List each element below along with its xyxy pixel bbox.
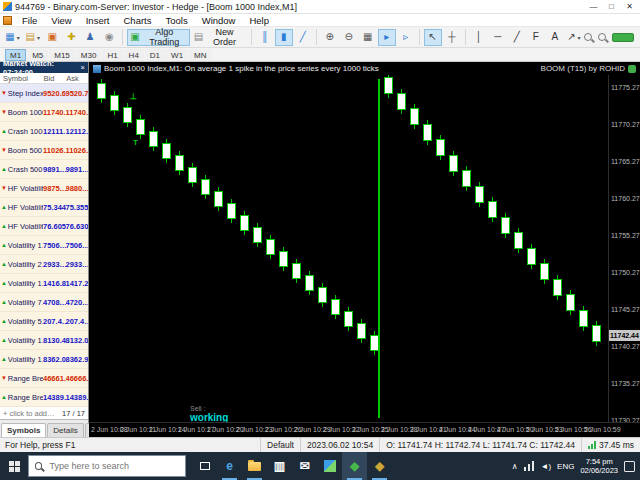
column-symbol[interactable]: Symbol xyxy=(0,74,44,83)
language-indicator[interactable]: ENG xyxy=(557,462,574,471)
menu-help[interactable]: Help xyxy=(242,15,276,26)
menu-charts[interactable]: Charts xyxy=(117,15,159,26)
market-watch-row[interactable]: ▲Volatility 1…7506.…7506.… xyxy=(0,236,88,255)
timeframe-h1[interactable]: H1 xyxy=(102,49,122,61)
mt5-terminal-icon-1[interactable]: ◆ xyxy=(342,452,367,480)
bar-chart-button[interactable]: ║ xyxy=(256,29,274,46)
vertical-line-button[interactable]: │ xyxy=(470,29,488,46)
auto-scroll-button[interactable]: ▸ xyxy=(378,29,396,46)
status-profile[interactable]: Default xyxy=(260,438,300,452)
taskbar-search[interactable] xyxy=(28,455,186,477)
market-watch-row[interactable]: ▲Volatility 1…1416.841417.24 xyxy=(0,274,88,293)
market-watch-row[interactable]: ▼HF Volatilit…9875.…9880.… xyxy=(0,179,88,198)
tab-symbols[interactable]: Symbols xyxy=(1,423,46,437)
market-watch-row[interactable]: ▲HF Volatilit…76.60576.630 xyxy=(0,217,88,236)
market-watch-row[interactable]: ▼Boom 500 I…11026.…11026.… xyxy=(0,141,88,160)
market-watch-row[interactable]: ▲Volatility 1…8130.488132.08 xyxy=(0,331,88,350)
timeframe-h4[interactable]: H4 xyxy=(124,49,144,61)
taskbar-search-input[interactable] xyxy=(47,460,179,472)
candle xyxy=(514,232,523,249)
crosshair-button[interactable]: ┼ xyxy=(443,29,461,46)
candlestick-chart-button[interactable]: ▮ xyxy=(275,29,293,46)
menu-view[interactable]: View xyxy=(44,15,78,26)
market-watch-row[interactable]: ▲Crash 1000…12111.…12112.… xyxy=(0,122,88,141)
menu-tools[interactable]: Tools xyxy=(158,15,194,26)
new-chart-button[interactable]: ▦▾ xyxy=(3,29,22,46)
candle xyxy=(488,201,497,218)
task-view-icon[interactable] xyxy=(192,452,217,480)
ea-status-working: working xyxy=(190,412,228,422)
crosshair-icon: ┼ xyxy=(448,32,455,42)
market-watch-row[interactable]: ▲Range Brea…14389.…14389.… xyxy=(0,388,88,407)
algo-trading-button[interactable]: ▣Algo Trading xyxy=(127,29,189,46)
market-watch-row[interactable]: ▲Volatility 5…207.4…207.4… xyxy=(0,312,88,331)
tile-windows-button[interactable]: ▦ xyxy=(359,29,377,46)
profiles-button[interactable]: ▤▾ xyxy=(23,29,42,46)
menu-window[interactable]: Window xyxy=(195,15,243,26)
fibonacci-button[interactable]: F xyxy=(527,29,545,46)
price-label: 11735.27 xyxy=(611,380,640,387)
minimize-button[interactable]: — xyxy=(586,0,601,13)
new-chart-icon: ▦ xyxy=(5,32,14,42)
file-explorer-icon[interactable] xyxy=(242,452,267,480)
horizontal-line-button[interactable]: ─ xyxy=(489,29,507,46)
mail-icon[interactable]: ✉ xyxy=(292,452,317,480)
market-watch-row[interactable]: ▼Range Brea…46661.046666.0 xyxy=(0,369,88,388)
price-axis[interactable]: 11775.2711770.2711765.2711760.2711755.27… xyxy=(608,75,640,422)
market-watch-row[interactable]: ▲HF Volatilit…75.34475.355 xyxy=(0,198,88,217)
taskbar: e▥✉◆◆ ∧ ◄) ENG 7:54 pm 02/06/2023 xyxy=(0,452,640,480)
candle xyxy=(318,287,327,303)
cursor-button[interactable]: ↖ xyxy=(424,29,442,46)
algo-robot-icon[interactable] xyxy=(628,65,636,73)
time-axis[interactable]: 2 Jun 10:082 Jun 10:112 Jun 10:142 Jun 1… xyxy=(89,422,640,436)
new-order-button[interactable]: ▤New Order xyxy=(191,29,247,46)
market-watch-button[interactable]: ✚ xyxy=(62,29,80,46)
search-icon[interactable] xyxy=(584,33,592,41)
text-label-button[interactable]: A xyxy=(546,29,564,46)
notification-center-icon[interactable] xyxy=(624,461,635,472)
close-button[interactable]: ✕ xyxy=(622,0,637,13)
edge-icon[interactable]: e xyxy=(217,452,242,480)
network-icon[interactable] xyxy=(524,461,535,471)
market-watch-row[interactable]: ▼Step Index9520.69520.7 xyxy=(0,84,88,103)
market-watch-row[interactable]: ▲Crash 500 I…9891.…9891.… xyxy=(0,160,88,179)
maximize-button[interactable]: □ xyxy=(604,0,619,13)
line-chart-button[interactable]: ╱ xyxy=(294,29,312,46)
mt5-terminal-icon-2[interactable]: ◆ xyxy=(367,452,392,480)
photos-icon[interactable] xyxy=(317,452,342,480)
toolbox-button[interactable]: ▣ xyxy=(43,29,61,46)
market-watch-row[interactable]: ▲Volatility 1…8362.088362.94 xyxy=(0,350,88,369)
start-button[interactable] xyxy=(0,452,28,480)
column-ask[interactable]: Ask xyxy=(66,74,88,83)
app-icon xyxy=(3,2,12,11)
timeframe-mn[interactable]: MN xyxy=(189,49,211,61)
chart-window-icon[interactable] xyxy=(3,16,12,25)
market-watch-row[interactable]: ▲Volatility 2…2933.…2933.… xyxy=(0,255,88,274)
zoom-out-button[interactable]: ⊖ xyxy=(340,29,358,46)
taskbar-clock[interactable]: 7:54 pm 02/06/2023 xyxy=(580,457,618,475)
data-window-button[interactable]: ◉ xyxy=(100,29,118,46)
advanced-search-icon[interactable] xyxy=(598,33,606,41)
navigator-button[interactable]: ♟ xyxy=(81,29,99,46)
timeframe-w1[interactable]: W1 xyxy=(166,49,188,61)
add-symbol-row[interactable]: + click to add… 17 / 17 xyxy=(0,407,88,419)
market-watch-row[interactable]: ▼Boom 1000…11740.…11740.… xyxy=(0,103,88,122)
volume-icon[interactable]: ◄) xyxy=(541,462,552,471)
status-latency: 37.45 ms xyxy=(581,438,640,452)
candle xyxy=(253,227,262,243)
tray-chevron-icon[interactable]: ∧ xyxy=(512,462,518,471)
menu-file[interactable]: File xyxy=(15,15,44,26)
market-watch-row[interactable]: ▲Volatility 7…4708.…4720.… xyxy=(0,293,88,312)
market-watch-close-icon[interactable]: × xyxy=(81,63,85,72)
tab-details[interactable]: Details xyxy=(47,423,83,437)
timeframe-d1[interactable]: D1 xyxy=(145,49,165,61)
zoom-in-button[interactable]: ⊕ xyxy=(321,29,339,46)
store-icon[interactable]: ▥ xyxy=(267,452,292,480)
arrows-tool-button[interactable]: ↗▾ xyxy=(565,29,583,46)
menu-insert[interactable]: Insert xyxy=(79,15,117,26)
trendline-button[interactable]: ╱ xyxy=(508,29,526,46)
column-bid[interactable]: Bid xyxy=(44,74,67,83)
horizontal-line-icon: ─ xyxy=(494,32,501,42)
chart-plot[interactable]: Sell : working ⊥T xyxy=(89,75,608,422)
chart-shift-button[interactable]: ▹ xyxy=(397,29,415,46)
